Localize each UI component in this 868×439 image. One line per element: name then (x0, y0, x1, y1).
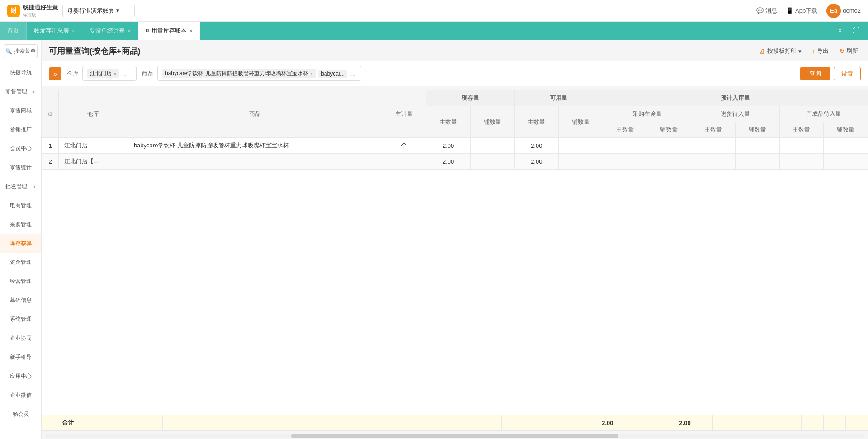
print-icon: 🖨 (760, 48, 765, 55)
app-download-icon: 📱 (786, 7, 793, 14)
sidebar-item-sys-mgmt[interactable]: 系统管理 (0, 310, 41, 329)
scrollbar-row (42, 431, 868, 439)
tab-bar: 首页 收发存汇总表 × 要货单统计表 × 可用量库存账本 × × ⛶ (0, 22, 868, 40)
filter-product-remove1[interactable]: × (310, 71, 313, 76)
logo-area: 财 畅捷通好生意 标准版 (7, 4, 58, 18)
tab-home[interactable]: 首页 (0, 22, 27, 40)
filter-expand-icon: » (53, 70, 57, 77)
sidebar-item-retail-mgmt[interactable]: 零售管理 ▲ (0, 82, 41, 101)
top-bar-right: 💬 消息 📱 App下载 Ea demo2 (756, 4, 861, 18)
summary-spacer2 (162, 415, 501, 431)
sidebar-item-marketing[interactable]: 营销推广 (0, 120, 41, 139)
sidebar-item-vip-member[interactable]: 畅会员 (0, 405, 41, 424)
sidebar-item-wholesale-mgmt[interactable]: 批发管理 ▾ (0, 177, 41, 196)
summary-spacer1 (42, 415, 58, 431)
sidebar-item-retail-shop[interactable]: 零售商城 (0, 101, 41, 120)
sidebar: 🔍 搜索菜单 快捷导航 零售管理 ▲ 零售商城 营销推广 会员中心 零售统计 批… (0, 40, 42, 439)
user-area[interactable]: Ea demo2 (826, 4, 861, 18)
table-header-stock: 现存量 (426, 90, 514, 106)
tab-receipts[interactable]: 收发存汇总表 × (27, 22, 82, 40)
sidebar-search-btn[interactable]: 🔍 搜索菜单 (4, 44, 38, 58)
tab-receipts-close[interactable]: × (72, 28, 75, 33)
horizontal-scrollbar[interactable] (46, 434, 864, 438)
row2-avail-main: 2.00 (514, 154, 559, 170)
refresh-btn[interactable]: ↻ 刷新 (837, 45, 861, 57)
row2-index: 2 (42, 154, 59, 170)
row1-stock-main: 2.00 (426, 138, 471, 154)
refresh-icon: ↻ (840, 48, 844, 55)
row2-stock-aux (470, 154, 514, 170)
sidebar-item-enterprise[interactable]: 企业协同 (0, 329, 41, 348)
row1-stock-aux (470, 138, 514, 154)
sidebar-item-ecommerce[interactable]: 电商管理 (0, 196, 41, 215)
tab-expand-btn[interactable]: ⛶ (850, 24, 863, 37)
print-btn[interactable]: 🖨 按模板打印 ▾ (757, 45, 804, 57)
table-header-incoming-aux: 辅数量 (735, 122, 779, 138)
filter-warehouse-tag: 江北门店 × (87, 69, 119, 78)
tab-inventory[interactable]: 可用量库存账本 × (138, 22, 200, 40)
sidebar-item-quick-nav[interactable]: 快捷导航 (0, 63, 41, 82)
table-header-pur-transit: 采购在途量 (603, 106, 691, 122)
export-icon: ↑ (812, 48, 816, 55)
summary-incoming-main (779, 415, 801, 431)
setting-btn[interactable]: 设置 (834, 67, 861, 80)
table-header-pur-transit-main: 主数量 (603, 122, 647, 138)
table-header-gear[interactable]: ⚙ (42, 90, 59, 138)
row2-production-main (779, 154, 824, 170)
sidebar-item-app-center[interactable]: 应用中心 (0, 367, 41, 386)
row1-pur-transit-main (603, 138, 647, 154)
filter-bar: » 仓库 江北门店 × ... 商品 babycare学饮杯 儿童防摔防撞吸管杯… (42, 61, 868, 86)
filter-warehouse-remove[interactable]: × (113, 71, 116, 76)
sidebar-inventory-check-label: 库存核算 (10, 240, 32, 247)
row1-incoming-main (691, 138, 736, 154)
content-area: 可用量查询(按仓库+商品) 🖨 按模板打印 ▾ ↑ 导出 ↻ 刷新 (42, 40, 868, 439)
summary-production-aux (845, 415, 868, 431)
sidebar-base-info-label: 基础信息 (10, 297, 32, 304)
tab-orders-close[interactable]: × (127, 28, 130, 33)
logo-sub: 标准版 (23, 12, 58, 18)
sidebar-item-finance[interactable]: 资金管理 (0, 253, 41, 272)
row2-pur-transit-aux (647, 154, 691, 170)
sidebar-retail-shop-label: 零售商城 (10, 107, 32, 114)
sidebar-item-onboarding[interactable]: 新手引导 (0, 348, 41, 367)
tab-bar-actions: × ⛶ (834, 24, 868, 37)
app-download-btn[interactable]: 📱 App下载 (786, 7, 817, 15)
filter-product-label: 商品 (142, 70, 154, 78)
filter-expand-btn[interactable]: » (49, 67, 61, 80)
summary-avail-aux (712, 415, 735, 431)
filter-warehouse-more[interactable]: ... (122, 70, 127, 78)
filter-product-input[interactable]: babycare学饮杯 儿童防摔防撞吸管杯重力球吸嘴杯宝宝水杯 × babyca… (157, 66, 361, 81)
table-header-incoming: 进货待入量 (691, 106, 779, 122)
sidebar-retail-stats-label: 零售统计 (10, 164, 32, 171)
sidebar-member-label: 会员中心 (10, 145, 32, 152)
tenant-select[interactable]: 母婴行业演示账套 ▾ (62, 5, 135, 17)
sidebar-item-member[interactable]: 会员中心 (0, 139, 41, 158)
sidebar-item-enterprise-wechat[interactable]: 企业微信 (0, 386, 41, 405)
sidebar-item-purchase[interactable]: 采购管理 (0, 215, 41, 234)
row2-stock-main: 2.00 (426, 154, 471, 170)
tab-close-all-btn[interactable]: × (834, 24, 846, 37)
tab-inventory-close[interactable]: × (189, 28, 192, 33)
sidebar-onboarding-label: 新手引导 (10, 354, 32, 361)
sidebar-item-base-info[interactable]: 基础信息 (0, 291, 41, 310)
filter-warehouse-input[interactable]: 江北门店 × ... (82, 66, 137, 81)
filter-actions: 查询 设置 (800, 67, 861, 80)
sidebar-item-operations[interactable]: 经营管理 (0, 272, 41, 291)
message-btn[interactable]: 💬 消息 (756, 7, 777, 15)
summary-incoming-aux (801, 415, 823, 431)
tenant-dropdown-arrow: ▾ (116, 7, 119, 14)
row1-unit: 个 (382, 138, 426, 154)
row1-product: babycare学饮杯 儿童防摔防撞吸管杯重力球吸嘴杯宝宝水杯 (128, 138, 382, 154)
export-btn[interactable]: ↑ 导出 (810, 45, 832, 57)
row1-warehouse: 江北门店 (59, 138, 128, 154)
sidebar-item-retail-stats[interactable]: 零售统计 (0, 158, 41, 177)
filter-product-more[interactable]: ... (350, 70, 356, 78)
table-header-production-main: 主数量 (779, 122, 824, 138)
search-icon: 🔍 (5, 48, 12, 55)
query-btn[interactable]: 查询 (800, 67, 830, 80)
tab-orders[interactable]: 要货单统计表 × (82, 22, 138, 40)
row1-incoming-aux (735, 138, 779, 154)
table-header-stock-main: 主数量 (426, 106, 471, 138)
sidebar-retail-mgmt-label: 零售管理 (5, 88, 29, 95)
sidebar-item-inventory-check[interactable]: 库存核算 (0, 234, 41, 253)
